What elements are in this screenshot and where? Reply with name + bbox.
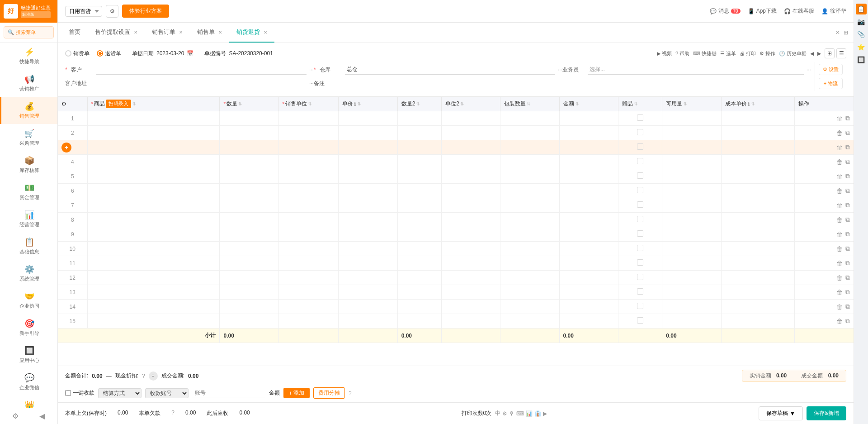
qty-cell[interactable] [220, 213, 278, 227]
qty-sort-icon[interactable]: ⇅ [238, 101, 242, 106]
gift-checkbox[interactable] [637, 187, 643, 193]
product-cell[interactable] [87, 155, 220, 169]
qty2-cell[interactable] [397, 213, 442, 227]
gift-checkbox[interactable] [637, 129, 643, 135]
add-payment-button[interactable]: + 添加 [283, 388, 310, 398]
tool6-icon[interactable]: ▶ [543, 410, 547, 417]
address-dots-button[interactable]: ··· [309, 80, 314, 86]
cost-cell[interactable] [721, 140, 795, 155]
available-cell[interactable] [662, 140, 721, 155]
product-cell[interactable] [87, 242, 220, 256]
qty2-cell[interactable] [397, 256, 442, 271]
price-cell[interactable] [339, 140, 397, 155]
cost-cell[interactable] [721, 155, 795, 169]
copy-row-icon[interactable]: ⧉ [845, 317, 850, 325]
price-cell[interactable] [339, 213, 397, 227]
available-cell[interactable] [662, 227, 721, 242]
right-panel-btn-1[interactable]: 📋 [856, 4, 867, 14]
pkg-cell[interactable] [500, 271, 559, 285]
price-cell[interactable] [339, 300, 397, 314]
unit-sort-icon[interactable]: ⇅ [308, 101, 311, 106]
price-cell[interactable] [339, 111, 397, 126]
price-info-icon[interactable]: ℹ [354, 101, 356, 107]
list-view-button[interactable]: ☰ [836, 48, 846, 58]
warehouse-input[interactable]: 总仓 [345, 65, 555, 75]
pkg-cell[interactable] [500, 126, 559, 140]
qty-cell[interactable] [220, 300, 278, 314]
available-cell[interactable] [662, 111, 721, 126]
product-cell[interactable] [87, 140, 220, 155]
amount-cell[interactable] [559, 256, 618, 271]
pkg-cell[interactable] [500, 300, 559, 314]
unit-cell[interactable] [278, 184, 339, 198]
copy-row-icon[interactable]: ⧉ [845, 274, 850, 281]
gift-checkbox[interactable] [637, 158, 643, 164]
pkg-cell[interactable] [500, 256, 559, 271]
pkg-cell[interactable] [500, 213, 559, 227]
pkg-cell[interactable] [500, 285, 559, 300]
salesperson-input[interactable]: 选择... [588, 65, 804, 75]
tab-sales-delivery-close[interactable]: ✕ [218, 30, 222, 35]
search-menu-button[interactable]: 🔍 搜索菜单 [4, 26, 54, 38]
product-cell[interactable] [87, 111, 220, 126]
qty-cell[interactable] [220, 140, 278, 155]
unit-cell[interactable] [278, 155, 339, 169]
tab-sales-delivery[interactable]: 销售单 ✕ [190, 23, 229, 43]
available-cell[interactable] [662, 300, 721, 314]
price-sort-icon[interactable]: ⇅ [357, 101, 361, 106]
gift-checkbox[interactable] [637, 143, 643, 150]
amount-cell[interactable] [559, 198, 618, 213]
unit2-cell[interactable] [442, 285, 500, 300]
logistics-button[interactable]: + 物流 [819, 78, 843, 89]
product-cell[interactable] [87, 227, 220, 242]
sidebar-item-guide[interactable]: 🎯 新手引导 [0, 314, 57, 341]
sidebar-item-finance[interactable]: 💵 资金管理 [0, 178, 57, 205]
calendar-icon[interactable]: 📅 [187, 50, 193, 57]
available-cell[interactable] [662, 169, 721, 184]
price-cell[interactable] [339, 242, 397, 256]
available-cell[interactable] [662, 271, 721, 285]
copy-row-icon[interactable]: ⧉ [845, 259, 850, 267]
account-number-select[interactable]: 收款账号 [145, 388, 189, 398]
amount-cell[interactable] [559, 271, 618, 285]
unit2-cell[interactable] [442, 169, 500, 184]
collapse-sidebar-icon[interactable]: ◀ [31, 412, 54, 420]
tool3-icon[interactable]: ⌨ [516, 410, 524, 417]
product-cell[interactable] [87, 213, 220, 227]
copy-row-icon[interactable]: ⧉ [845, 114, 850, 122]
tab-sales-order[interactable]: 销售订单 ✕ [145, 23, 190, 43]
delete-row-icon[interactable]: 🗑 [836, 202, 843, 209]
sidebar-item-enterprise[interactable]: 🤝 企业协同 [0, 287, 57, 314]
qty2-cell[interactable] [397, 169, 442, 184]
sidebar-item-purchase[interactable]: 🛒 采购管理 [0, 124, 57, 151]
gift-checkbox[interactable] [637, 245, 643, 251]
qty2-cell[interactable] [397, 126, 442, 140]
unit2-cell[interactable] [442, 213, 500, 227]
topbar-settings-button[interactable]: ⚙ [106, 5, 118, 18]
sidebar-item-inventory[interactable]: 📦 库存核算 [0, 151, 57, 178]
scan-input-button[interactable]: 扫码录入 [106, 100, 131, 108]
unit2-cell[interactable] [442, 271, 500, 285]
unit2-sort-icon[interactable]: ⇅ [460, 101, 464, 106]
price-cell[interactable] [339, 256, 397, 271]
category-select[interactable]: 日用百货 [65, 6, 102, 17]
delete-row-icon[interactable]: 🗑 [836, 216, 843, 224]
cost-cell[interactable] [721, 213, 795, 227]
split-fee-button[interactable]: 费用分摊 [313, 387, 345, 399]
unit-cell[interactable] [278, 126, 339, 140]
tool4-icon[interactable]: 📊 [526, 410, 533, 417]
unit-cell[interactable] [278, 314, 339, 329]
qty-cell[interactable] [220, 169, 278, 184]
pkg-cell[interactable] [500, 169, 559, 184]
grid-view-button[interactable]: ⊞ [825, 48, 835, 58]
experience-button[interactable]: 体验行业方案 [122, 5, 169, 18]
product-cell[interactable] [87, 169, 220, 184]
qty2-cell[interactable] [397, 184, 442, 198]
qty-cell[interactable] [220, 184, 278, 198]
unit2-cell[interactable] [442, 300, 500, 314]
copy-row-icon[interactable]: ⧉ [845, 303, 850, 310]
gift-checkbox[interactable] [637, 114, 643, 121]
gift-checkbox[interactable] [637, 172, 643, 179]
debt-help-icon[interactable]: ? [171, 410, 175, 417]
radio-delivery[interactable]: 销货单 [65, 50, 90, 57]
